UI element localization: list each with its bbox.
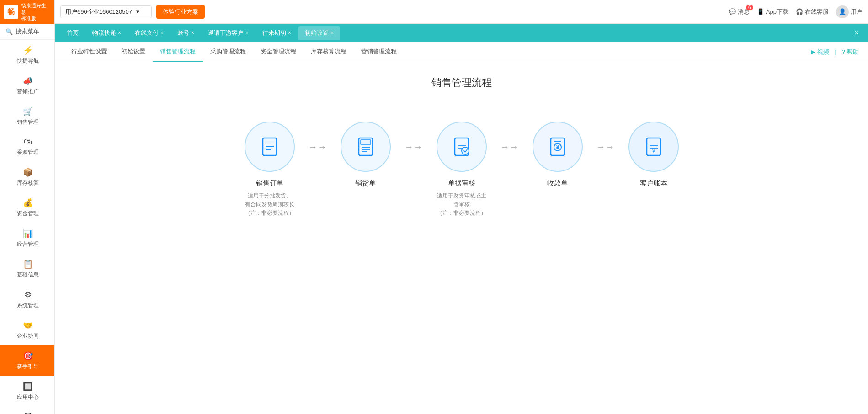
nav-tab-historical-init[interactable]: 往来期初 × bbox=[256, 26, 298, 40]
help-label: 帮助 bbox=[847, 48, 859, 56]
tab-close-icon[interactable]: × bbox=[191, 30, 194, 36]
sidebar-item-label: 系统管理 bbox=[17, 302, 39, 309]
flow-step-title: 收款单 bbox=[547, 179, 568, 188]
collab-icon: 🤝 bbox=[23, 320, 33, 330]
sidebar-item-label: 采购管理 bbox=[17, 149, 39, 156]
topbar: 用户690企业1660120507 ▼ 体验行业方案 💬 消息 6 📱 App下… bbox=[55, 0, 868, 24]
user-avatar-item[interactable]: 👤 用户 bbox=[836, 5, 863, 18]
sub-tab-initial-setup[interactable]: 初始设置 bbox=[114, 42, 153, 62]
purchase-icon: 🛍 bbox=[24, 137, 32, 147]
sidebar-item-purchase-mgmt[interactable]: 🛍 采购管理 bbox=[0, 132, 54, 162]
sidebar-item-operation-mgmt[interactable]: 📊 经营管理 bbox=[0, 223, 54, 254]
sub-tab-marketing-flow[interactable]: 营销管理流程 bbox=[354, 42, 404, 62]
sidebar-search[interactable]: 🔍 搜索菜单 bbox=[0, 24, 54, 40]
nav-tab-payment[interactable]: 在线支付 × bbox=[128, 26, 170, 40]
avatar: 👤 bbox=[836, 5, 849, 18]
arrow-1: →→ bbox=[306, 122, 329, 152]
video-help-item[interactable]: ▶ 视频 bbox=[811, 48, 829, 56]
sub-tab-sales-flow[interactable]: 销售管理流程 bbox=[153, 42, 203, 62]
receipt-circle: ¥ bbox=[533, 122, 583, 172]
sidebar-item-sales-mgmt[interactable]: 🛒 销售管理 bbox=[0, 101, 54, 132]
svg-point-14 bbox=[462, 147, 469, 154]
user-select[interactable]: 用户690企业1660120507 ▼ bbox=[60, 5, 152, 18]
tab-close-icon[interactable]: × bbox=[245, 30, 249, 36]
doc-review-circle bbox=[437, 122, 487, 172]
flow-step-title: 客户账本 bbox=[640, 179, 667, 188]
user-label: 用户 bbox=[851, 8, 863, 16]
tab-close-icon[interactable]: × bbox=[118, 30, 121, 36]
sidebar-item-sys-mgmt[interactable]: ⚙ 系统管理 bbox=[0, 284, 54, 315]
arrow-4: →→ bbox=[594, 122, 617, 152]
trial-button[interactable]: 体验行业方案 bbox=[156, 5, 205, 19]
sidebar-item-quick-nav[interactable]: ⚡ 快捷导航 bbox=[0, 40, 54, 70]
svg-rect-6 bbox=[361, 140, 371, 144]
sidebar-item-app-center[interactable]: 🔲 应用中心 bbox=[0, 376, 54, 407]
nav-tab-invite-downstream[interactable]: 邀请下游客户 × bbox=[202, 26, 255, 40]
flow-step-receipt: ¥ 收款单 bbox=[521, 122, 594, 191]
sidebar-item-label: 应用中心 bbox=[17, 393, 39, 401]
flow-step-delivery-note: 销货单 bbox=[329, 122, 402, 191]
svg-text:¥: ¥ bbox=[652, 149, 655, 154]
main-area: 用户690企业1660120507 ▼ 体验行业方案 💬 消息 6 📱 App下… bbox=[55, 0, 868, 414]
sidebar-item-enterprise-collab[interactable]: 🤝 企业协同 bbox=[0, 315, 54, 345]
sidebar-item-label: 基础信息 bbox=[17, 271, 39, 279]
sidebar-item-finance-mgmt[interactable]: 💰 资金管理 bbox=[0, 192, 54, 223]
video-icon: ▶ bbox=[811, 48, 815, 55]
flow-step-title: 销售订单 bbox=[256, 179, 283, 188]
nav-tab-label: 往来期初 bbox=[262, 29, 286, 37]
customer-ledger-icon: ¥ bbox=[642, 135, 665, 158]
tab-close-icon[interactable]: × bbox=[160, 30, 164, 36]
sidebar-logo: 畅 畅康通好生意 标准版 bbox=[0, 0, 54, 24]
nav-tab-initial-setup[interactable]: 初始设置 × bbox=[298, 26, 340, 40]
nav-tab-home[interactable]: 首页 bbox=[60, 26, 85, 40]
sub-tab-industry-settings[interactable]: 行业特性设置 bbox=[64, 42, 114, 62]
sidebar-item-enterprise-wechat[interactable]: 💬 企业微信 bbox=[0, 407, 54, 414]
video-label: 视频 bbox=[817, 48, 829, 56]
wechat-icon: 💬 bbox=[23, 412, 33, 414]
close-all-tabs-button[interactable]: × bbox=[851, 29, 863, 37]
nav-tab-label: 邀请下游客户 bbox=[208, 29, 244, 37]
nav-tab-account[interactable]: 账号 × bbox=[171, 26, 201, 40]
tab-close-icon[interactable]: × bbox=[330, 30, 334, 36]
tab-close-icon[interactable]: × bbox=[288, 30, 291, 36]
messages-item[interactable]: 💬 消息 6 bbox=[729, 8, 750, 16]
sidebar-item-label: 资金管理 bbox=[17, 210, 39, 218]
nav-tab-logistics[interactable]: 物流快递 × bbox=[86, 26, 128, 40]
help-item[interactable]: ? 帮助 bbox=[842, 48, 859, 56]
flow-step-desc: 适用于分批发货、有合同发货周期较长（注：非必要流程） bbox=[245, 191, 294, 218]
app-download-item[interactable]: 📱 App下载 bbox=[757, 8, 788, 16]
flow-step-title: 单据审核 bbox=[448, 179, 475, 188]
sidebar-item-label: 营销推广 bbox=[17, 88, 39, 96]
online-service-label: 在线客服 bbox=[805, 8, 829, 16]
sidebar-item-inventory[interactable]: 📦 库存核算 bbox=[0, 162, 54, 192]
nav-tabs: 首页 物流快递 × 在线支付 × 账号 × 邀请下游客户 × 往来期初 × 初始… bbox=[55, 24, 868, 42]
divider: | bbox=[835, 48, 836, 55]
message-icon: 💬 bbox=[729, 8, 736, 15]
sub-tab-finance-flow[interactable]: 资金管理流程 bbox=[253, 42, 304, 62]
quick-nav-icon: ⚡ bbox=[23, 45, 33, 55]
svg-rect-4 bbox=[265, 141, 274, 144]
sidebar: 畅 畅康通好生意 标准版 🔍 搜索菜单 ⚡ 快捷导航 📣 营销推广 🛒 销售管理… bbox=[0, 0, 55, 414]
nav-tab-label: 在线支付 bbox=[135, 29, 159, 37]
help-icon: ? bbox=[842, 48, 845, 55]
flow-step-doc-review: 单据审核 适用于财务审核或主管审核（注：非必要流程） bbox=[425, 122, 498, 218]
sidebar-item-label: 快捷导航 bbox=[17, 57, 39, 65]
download-icon: 📱 bbox=[757, 8, 764, 15]
search-icon: 🔍 bbox=[5, 28, 13, 35]
logo-text: 畅康通好生意 标准版 bbox=[21, 2, 51, 22]
sub-tab-inventory-flow[interactable]: 库存核算流程 bbox=[304, 42, 354, 62]
svg-text:¥: ¥ bbox=[556, 144, 559, 150]
sys-icon: ⚙ bbox=[24, 290, 32, 300]
app-center-icon: 🔲 bbox=[23, 382, 33, 392]
sidebar-item-label: 经营管理 bbox=[17, 240, 39, 248]
sidebar-item-marketing-promo[interactable]: 📣 营销推广 bbox=[0, 70, 54, 101]
sidebar-item-basic-info[interactable]: 📋 基础信息 bbox=[0, 254, 54, 284]
flow-step-customer-ledger: ¥ 客户账本 bbox=[617, 122, 690, 191]
doc-review-icon bbox=[450, 135, 473, 158]
app-download-label: App下载 bbox=[766, 8, 788, 16]
sub-tab-purchase-flow[interactable]: 采购管理流程 bbox=[203, 42, 253, 62]
online-service-item[interactable]: 🎧 在线客服 bbox=[796, 8, 829, 16]
receipt-icon: ¥ bbox=[546, 135, 569, 158]
sidebar-item-newbie-guide[interactable]: 🎯 新手引导 bbox=[0, 345, 54, 376]
sub-tab-right-actions: ▶ 视频 | ? 帮助 bbox=[811, 48, 859, 56]
